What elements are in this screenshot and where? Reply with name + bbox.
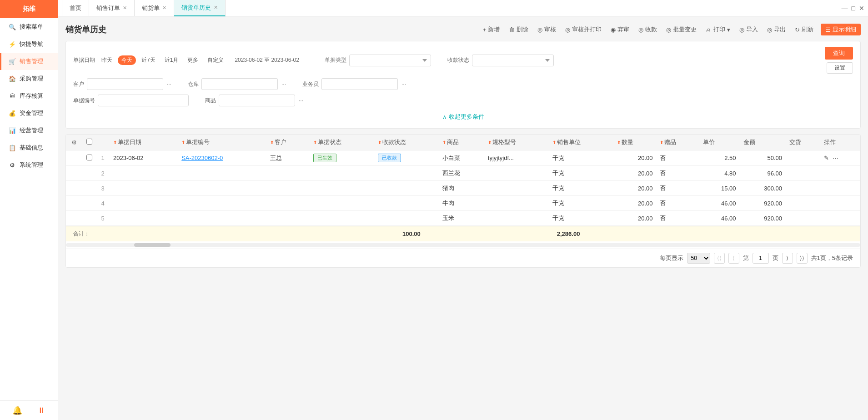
sidebar-item-finance-mgmt[interactable]: 💰 资金管理 <box>0 105 58 122</box>
batch-change-button[interactable]: ◎ 批量变更 <box>664 25 698 35</box>
per-page-select[interactable]: 50 100 <box>687 253 710 264</box>
window-close-icon[interactable]: ✕ <box>859 5 864 12</box>
sidebar-item-purchase-mgmt[interactable]: 🏠 采购管理 <box>0 70 58 87</box>
date-tag-more[interactable]: 更多 <box>184 55 202 65</box>
tab-sales-order-close[interactable]: ✕ <box>123 5 127 11</box>
show-detail-icon: ☰ <box>825 26 831 33</box>
row-checkbox-input[interactable] <box>86 155 92 160</box>
pause-icon[interactable]: ⏸ <box>37 406 45 415</box>
row-checkbox[interactable] <box>82 166 96 181</box>
sidebar-item-label: 资金管理 <box>20 109 43 117</box>
sidebar-item-inventory[interactable]: 🏛 库存核算 <box>0 87 58 105</box>
page-number-input[interactable] <box>753 253 769 264</box>
scroll-thumb[interactable] <box>134 243 171 247</box>
date-tag-today[interactable]: 今天 <box>118 55 136 65</box>
col-doc-no[interactable]: ⬆单据编号 <box>178 135 266 150</box>
import-button[interactable]: ◎ 导入 <box>738 25 760 35</box>
notification-icon[interactable]: 🔔 <box>12 405 22 415</box>
customer-dots[interactable]: ··· <box>167 81 171 87</box>
col-customer[interactable]: ⬆客户 <box>266 135 310 150</box>
date-tag-1month[interactable]: 近1月 <box>161 55 182 65</box>
print-button[interactable]: 🖨 打印 ▾ <box>704 25 732 35</box>
query-area: 查询 设置 <box>825 47 853 74</box>
sidebar-item-search-menu[interactable]: 🔍 搜索菜单 <box>0 18 58 35</box>
doc-type-select[interactable] <box>349 55 431 66</box>
warehouse-input[interactable] <box>201 78 278 90</box>
col-doc-status[interactable]: ⬆单据状态 <box>310 135 374 150</box>
audit-button[interactable]: ◎ 审核 <box>536 25 558 35</box>
last-page-button[interactable]: ⟩⟩ <box>797 253 808 264</box>
tab-sales-goods-close[interactable]: ✕ <box>162 5 166 11</box>
col-goods[interactable]: ⬆商品 <box>439 135 484 150</box>
tab-sales-order[interactable]: 销售订单 ✕ <box>89 0 135 16</box>
window-maximize-icon[interactable]: □ <box>852 5 855 12</box>
new-button[interactable]: + 新增 <box>481 25 502 35</box>
filter-row-1: 单据日期 昨天 今天 近7天 近1月 更多 自定义 2023-06-02 至 2… <box>73 47 853 74</box>
refresh-button[interactable]: ↻ 刷新 <box>793 25 815 35</box>
query-button[interactable]: 查询 <box>825 47 853 60</box>
row-checkbox[interactable] <box>82 196 96 211</box>
export-icon: ◎ <box>767 26 772 33</box>
date-tag-7days[interactable]: 近7天 <box>138 55 159 65</box>
collapse-button[interactable]: ∧ 收起更多条件 <box>73 111 853 123</box>
prev-page-button[interactable]: ⟨ <box>728 253 739 264</box>
sidebar-item-quick-nav[interactable]: ⚡ 快捷导航 <box>0 35 58 53</box>
edit-icon[interactable]: ✎ <box>824 155 829 161</box>
select-all-checkbox[interactable] <box>86 139 92 145</box>
col-qty[interactable]: ⬆数量 <box>613 135 657 150</box>
total-qty: 100.00 <box>402 230 421 237</box>
tab-home[interactable]: 首页 <box>62 0 89 16</box>
row-checkbox[interactable] <box>82 181 96 196</box>
tab-sales-goods[interactable]: 销货单 ✕ <box>135 0 174 16</box>
row-unit-price: 15.00 <box>699 181 739 196</box>
set-button[interactable]: 设置 <box>827 62 853 74</box>
collect-button[interactable]: ◎ 收款 <box>637 25 659 35</box>
row-doc-date: 2023-06-02 <box>110 150 178 166</box>
goods-dots[interactable]: ··· <box>299 97 303 104</box>
col-doc-date[interactable]: ⬆单据日期 <box>110 135 178 150</box>
page-label-before: 第 <box>743 254 749 262</box>
doc-type-filter: 单据类型 <box>325 55 431 66</box>
row-checkbox[interactable] <box>82 150 96 166</box>
more-icon[interactable]: ⋯ <box>833 155 838 161</box>
col-checkbox[interactable] <box>82 135 96 150</box>
warehouse-dots[interactable]: ··· <box>281 81 286 87</box>
col-spec[interactable]: ⬆规格型号 <box>484 135 549 150</box>
export-button[interactable]: ◎ 导出 <box>765 25 788 35</box>
audit-print-button[interactable]: ◎ 审核并打印 <box>563 25 603 35</box>
col-row-no <box>96 135 110 150</box>
date-tag-yesterday[interactable]: 昨天 <box>98 55 116 65</box>
tab-sales-history[interactable]: 销货单历史 ✕ <box>174 0 226 16</box>
col-unit[interactable]: ⬆销售单位 <box>549 135 613 150</box>
pay-status-select[interactable] <box>472 55 554 66</box>
sidebar-item-ops-mgmt[interactable]: 📊 经营管理 <box>0 122 58 139</box>
business-dots[interactable]: ··· <box>401 81 406 87</box>
customer-input[interactable] <box>87 78 163 90</box>
doc-no-input[interactable] <box>98 95 189 106</box>
doc-no-link[interactable]: SA-20230602-0 <box>181 155 223 161</box>
abandon-button[interactable]: ◉ 弃审 <box>609 25 631 35</box>
sidebar-item-sys-mgmt[interactable]: ⚙ 系统管理 <box>0 156 58 174</box>
sidebar-item-base-info[interactable]: 📋 基础信息 <box>0 139 58 156</box>
col-settings[interactable]: ⚙ <box>66 135 82 150</box>
goods-input[interactable] <box>219 95 295 106</box>
col-gift[interactable]: ⬆赠品 <box>656 135 699 150</box>
table-footer: 合计： 100.00 2,286.00 <box>66 226 860 241</box>
date-tag-custom[interactable]: 自定义 <box>204 55 227 65</box>
collapse-up-icon: ∧ <box>442 114 447 120</box>
first-page-button[interactable]: ⟨⟨ <box>714 253 725 264</box>
tab-sales-history-close[interactable]: ✕ <box>214 5 218 10</box>
sidebar-item-sales-mgmt[interactable]: 🛒 销售管理 <box>0 53 58 70</box>
col-pay-status[interactable]: ⬆收款状态 <box>374 135 439 150</box>
sidebar-logo: 拓维 <box>0 0 58 18</box>
show-detail-button[interactable]: ☰ 显示明细 <box>821 24 861 35</box>
row-checkbox[interactable] <box>82 211 96 226</box>
print-icon: 🖨 <box>706 26 712 33</box>
row-amount: 920.00 <box>740 196 786 211</box>
row-unit: 千克 <box>549 211 613 226</box>
delete-button[interactable]: 🗑 删除 <box>507 25 530 35</box>
window-minimize-icon[interactable]: — <box>842 5 848 12</box>
horizontal-scrollbar[interactable] <box>66 243 860 247</box>
next-page-button[interactable]: ⟩ <box>782 253 793 264</box>
business-input[interactable] <box>321 78 398 90</box>
